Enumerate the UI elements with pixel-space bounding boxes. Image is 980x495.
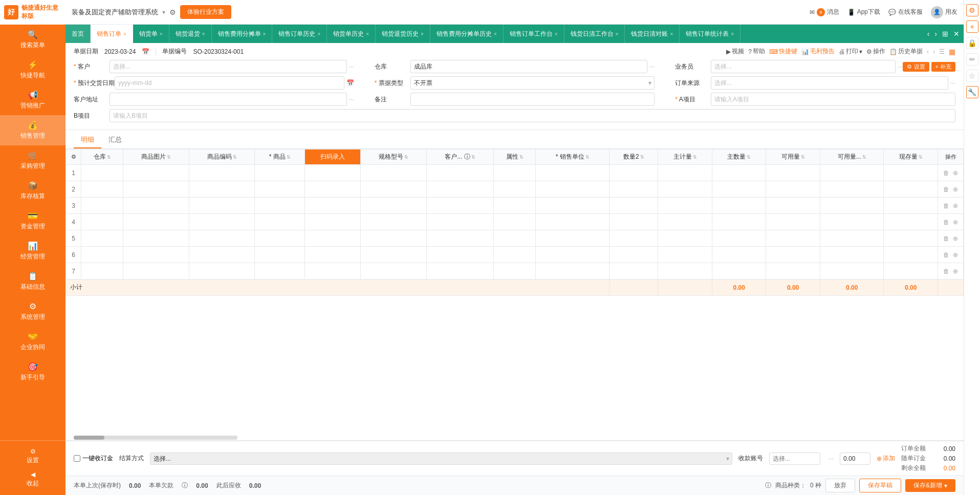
close-icon[interactable]: × xyxy=(421,31,424,37)
delete-icon[interactable]: 🗑 xyxy=(943,235,949,242)
td-attr[interactable] xyxy=(493,198,535,214)
shortcut-action[interactable]: ⌨ 快捷键 xyxy=(769,47,797,56)
td-product[interactable] xyxy=(255,165,305,181)
td-current-qty[interactable] xyxy=(884,263,938,279)
right-panel-lock-icon[interactable]: 🔒 xyxy=(966,37,978,49)
td-attr[interactable] xyxy=(493,247,535,263)
th-product[interactable]: * 商品⇅ xyxy=(255,149,305,165)
td-current-qty[interactable] xyxy=(884,165,938,181)
one-click-checkbox-label[interactable]: 一键收订金 xyxy=(74,454,113,463)
td-available[interactable] xyxy=(766,165,820,181)
td-product-img[interactable] xyxy=(123,214,189,230)
sidebar-item-search[interactable]: 🔍 搜索菜单 xyxy=(0,25,66,55)
td-product[interactable] xyxy=(255,230,305,247)
th-scan[interactable]: 扫码录入 xyxy=(305,149,361,165)
td-available[interactable] xyxy=(766,263,820,279)
td-available[interactable] xyxy=(766,247,820,263)
save-draft-button[interactable]: 保存草稿 xyxy=(859,479,901,492)
td-product-code[interactable] xyxy=(189,198,254,214)
td-scan[interactable] xyxy=(305,165,361,181)
td-product-img[interactable] xyxy=(123,198,189,214)
sidebar-item-base-info[interactable]: 📋 基础信息 xyxy=(0,266,66,296)
one-click-checkbox[interactable] xyxy=(74,455,80,462)
close-icon[interactable]: × xyxy=(670,31,673,37)
nav-tab-returns[interactable]: 销货退货 × xyxy=(169,25,212,43)
copy-icon[interactable]: ⊕ xyxy=(953,186,958,193)
td-product-img[interactable] xyxy=(123,165,189,181)
a-project-input[interactable] xyxy=(711,93,955,106)
td-main-qty[interactable] xyxy=(712,214,766,230)
td-qty2[interactable] xyxy=(609,214,658,230)
operate-action[interactable]: ⚙ 操作 xyxy=(866,47,885,56)
video-action[interactable]: ▶ 视频 xyxy=(726,47,744,56)
td-qty2[interactable] xyxy=(609,263,658,279)
grid-view-icon[interactable]: ▦ xyxy=(949,48,955,56)
nav-tab-cash-reconcile[interactable]: 钱货日清对账 × xyxy=(625,25,680,43)
copy-icon[interactable]: ⊕ xyxy=(953,251,958,259)
user-menu[interactable]: 👤 用友 xyxy=(931,6,957,18)
nav-prev[interactable]: ‹ xyxy=(927,48,929,55)
nav-tab-fee-split[interactable]: 销售费用分摊单 × xyxy=(212,25,273,43)
td-main-qty[interactable] xyxy=(712,198,766,214)
order-source-input[interactable] xyxy=(711,76,948,90)
td-attr[interactable] xyxy=(493,214,535,230)
th-qty2[interactable]: 数量2⇅ xyxy=(609,149,658,165)
close-icon[interactable]: × xyxy=(202,31,205,37)
td-product[interactable] xyxy=(255,198,305,214)
customer-dots[interactable]: ··· xyxy=(349,63,354,70)
nav-next-arrow[interactable]: › xyxy=(932,29,939,39)
message-button[interactable]: ✉ 9 消息 xyxy=(810,8,839,16)
sidebar-item-sales[interactable]: 💰 销售管理 xyxy=(0,115,66,145)
sidebar-item-quicknav[interactable]: ⚡ 快捷导航 xyxy=(0,55,66,85)
print-action[interactable]: 🖨 打印 ▾ xyxy=(839,47,862,56)
sidebar-item-finance[interactable]: 💳 资金管理 xyxy=(0,206,66,236)
sidebar-collapse[interactable]: ◀ 收起 xyxy=(0,468,66,491)
close-icon[interactable]: × xyxy=(366,31,369,37)
td-unit[interactable] xyxy=(536,214,609,230)
td-warehouse[interactable] xyxy=(81,247,123,263)
copy-icon[interactable]: ⊕ xyxy=(953,169,958,177)
td-scan[interactable] xyxy=(305,198,361,214)
close-icon[interactable]: × xyxy=(616,31,619,37)
td-scan[interactable] xyxy=(305,263,361,279)
td-product-code[interactable] xyxy=(189,247,254,263)
sidebar-item-marketing[interactable]: 📢 营销推广 xyxy=(0,85,66,115)
td-qty2[interactable] xyxy=(609,181,658,198)
td-warehouse[interactable] xyxy=(81,165,123,181)
td-qty2[interactable] xyxy=(609,165,658,181)
nav-tab-return-history[interactable]: 销货退货历史 × xyxy=(376,25,430,43)
td-warehouse[interactable] xyxy=(81,214,123,230)
td-available2[interactable] xyxy=(820,247,884,263)
td-scan[interactable] xyxy=(305,247,361,263)
delete-icon[interactable]: 🗑 xyxy=(943,268,949,275)
right-panel-settings-icon[interactable]: ⚙ xyxy=(966,4,978,16)
delete-icon[interactable]: 🗑 xyxy=(943,251,949,259)
td-customer-code[interactable] xyxy=(426,181,493,198)
warehouse-dots[interactable]: ··· xyxy=(649,63,655,70)
th-main-qty[interactable]: 主数量⇅ xyxy=(712,149,766,165)
td-customer-code[interactable] xyxy=(426,165,493,181)
td-unit[interactable] xyxy=(536,165,609,181)
td-product-code[interactable] xyxy=(189,230,254,247)
nav-tab-cash-workbench[interactable]: 钱货日清工作台 × xyxy=(564,25,625,43)
td-available2[interactable] xyxy=(820,198,884,214)
expected-date-calendar-icon[interactable]: 📅 xyxy=(346,79,354,87)
discard-button[interactable]: 放弃 xyxy=(825,479,855,492)
notes-input[interactable] xyxy=(410,93,655,106)
add-button[interactable]: ⊕ 添加 xyxy=(877,454,895,463)
nav-tab-fee-history[interactable]: 销售费用分摊单历史 × xyxy=(430,25,504,43)
td-spec[interactable] xyxy=(361,230,426,247)
td-product-code[interactable] xyxy=(189,181,254,198)
salesperson-dots[interactable]: ··· xyxy=(898,63,903,70)
th-unit[interactable]: * 销售单位⇅ xyxy=(536,149,609,165)
copy-icon[interactable]: ⊕ xyxy=(953,235,958,242)
td-unit[interactable] xyxy=(536,181,609,198)
delete-icon[interactable]: 🗑 xyxy=(943,202,949,209)
td-main-unit[interactable] xyxy=(658,181,712,198)
th-settings[interactable]: ⚙ xyxy=(66,149,81,165)
td-customer-code[interactable] xyxy=(426,247,493,263)
nav-tab-home[interactable]: 首页 xyxy=(66,25,91,43)
close-icon[interactable]: × xyxy=(317,31,320,37)
calendar-icon[interactable]: 📅 xyxy=(142,48,149,55)
b-project-input[interactable] xyxy=(110,109,955,122)
